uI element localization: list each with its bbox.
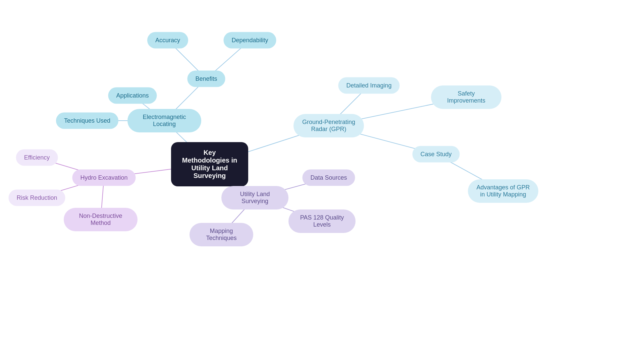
node-hydroExcavation[interactable]: Hydro Excavation: [72, 170, 136, 186]
node-gpr[interactable]: Ground-Penetrating Radar (GPR): [293, 114, 364, 137]
node-benefits[interactable]: Benefits: [187, 71, 225, 87]
node-applications[interactable]: Applications: [108, 87, 157, 104]
node-dependability[interactable]: Dependability: [223, 32, 276, 49]
node-accuracy[interactable]: Accuracy: [147, 32, 188, 49]
node-safetyImprovements[interactable]: Safety Improvements: [431, 85, 501, 109]
node-center[interactable]: Key Methodologies in Utility Land Survey…: [171, 142, 248, 186]
node-efficiency[interactable]: Efficiency: [16, 149, 58, 166]
node-utilityLandSurveying[interactable]: Utility Land Surveying: [221, 186, 288, 209]
node-pas128[interactable]: PAS 128 Quality Levels: [288, 209, 356, 233]
node-mappingTechniques[interactable]: Mapping Techniques: [190, 223, 253, 246]
node-caseStudy[interactable]: Case Study: [412, 146, 460, 163]
node-riskReduction[interactable]: Risk Reduction: [8, 190, 65, 206]
mindmap-container: Key Methodologies in Utility Land Survey…: [0, 0, 644, 363]
node-detailedImaging[interactable]: Detailed Imaging: [338, 77, 399, 94]
node-dataSources[interactable]: Data Sources: [302, 170, 355, 186]
node-nonDestructive[interactable]: Non-Destructive Method: [64, 208, 138, 231]
node-advantagesGPR[interactable]: Advantages of GPR in Utility Mapping: [468, 179, 538, 203]
node-techniques[interactable]: Techniques Used: [56, 113, 118, 129]
node-electromagnetic[interactable]: Electromagnetic Locating: [127, 109, 201, 132]
